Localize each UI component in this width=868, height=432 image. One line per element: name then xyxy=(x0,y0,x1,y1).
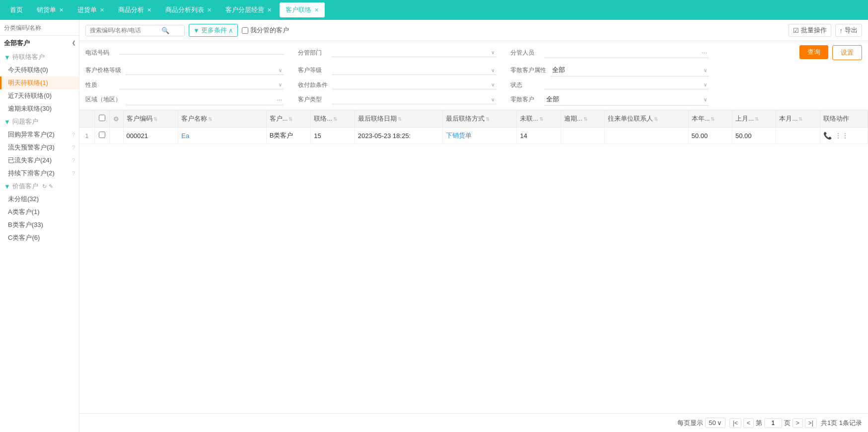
dept-label: 分管部门 xyxy=(298,49,328,57)
price-level-select[interactable]: ∨ xyxy=(125,66,284,75)
help-icon-2[interactable]: ? xyxy=(72,144,75,150)
region-label: 区域（地区） xyxy=(85,95,121,104)
sort-icon-tmonth: ⇅ xyxy=(798,116,802,122)
phone-input[interactable] xyxy=(119,51,284,55)
sort-icon-uncontacted: ⇅ xyxy=(539,116,543,122)
payment-label: 收付款条件 xyxy=(298,81,328,89)
retail-customer-chevron: ∨ xyxy=(704,97,707,102)
sidebar-pending-group: ▼ 待联络客户 xyxy=(0,51,79,64)
th-this-year[interactable]: 本年...⇅ xyxy=(688,110,732,128)
search-input[interactable] xyxy=(90,27,159,34)
help-icon-4[interactable]: ? xyxy=(72,170,75,176)
cell-last-contact-method[interactable]: 下销货单 xyxy=(443,128,517,144)
sidebar-item-overdue[interactable]: 逾期未联络(30) xyxy=(0,102,79,115)
th-customer-code[interactable]: 客户编码⇅ xyxy=(123,110,178,128)
select-all-checkbox[interactable] xyxy=(99,115,105,121)
retail-customer-select[interactable]: 全部 ∨ xyxy=(544,93,709,106)
th-last-contact-date[interactable]: 最后联络日期⇅ xyxy=(355,110,442,128)
sidebar-item-churned[interactable]: 已流失客户(24) ? xyxy=(0,154,79,167)
sidebar-item-declining[interactable]: 持续下滑客户(2) ? xyxy=(0,167,79,180)
column-settings-icon[interactable]: ⚙ xyxy=(113,115,119,123)
sidebar-item-churn-warning[interactable]: 流失预警客户(3) ? xyxy=(0,141,79,154)
contact-method-link[interactable]: 下销货单 xyxy=(446,132,472,139)
nav-purchase[interactable]: 进货单 ✕ xyxy=(72,2,110,17)
sidebar-item-class-a[interactable]: A类客户(1) xyxy=(0,206,79,218)
nature-label: 性质 xyxy=(85,81,115,89)
sidebar-all-customers-header[interactable]: 全部客户 《 xyxy=(0,36,79,51)
settings-button[interactable]: 设置 xyxy=(832,45,862,60)
th-gear[interactable]: ⚙ xyxy=(109,110,123,128)
nav-close-analysis-list[interactable]: ✕ xyxy=(207,7,212,13)
help-icon-1[interactable]: ? xyxy=(72,132,75,138)
filter-row-1: 电话号码 分管部门 ∨ 分管人员 ··· 查询 设置 xyxy=(85,45,862,60)
nature-select[interactable]: ∨ xyxy=(119,80,284,89)
action-phone-icon[interactable]: 📞 xyxy=(823,132,832,140)
sidebar-item-class-c[interactable]: C类客户(6) xyxy=(0,231,79,244)
row-checkbox[interactable] xyxy=(99,132,105,138)
nav-close-purchase[interactable]: ✕ xyxy=(100,7,104,13)
th-customer-type[interactable]: 客户...⇅ xyxy=(266,110,311,128)
price-level-label: 客户价格等级 xyxy=(85,66,121,74)
first-page-button[interactable]: |< xyxy=(729,418,741,428)
more-conditions-button[interactable]: ▼ 更多条件 ∧ xyxy=(189,24,238,37)
prev-page-button[interactable]: < xyxy=(743,418,754,428)
nav-customer-tier[interactable]: 客户分层经营 ✕ xyxy=(219,2,278,17)
sidebar-item-today[interactable]: 今天待联络(0) xyxy=(0,64,79,76)
th-last-contact-method[interactable]: 最后联络方式⇅ xyxy=(443,110,517,128)
th-contact[interactable]: 联络...⇅ xyxy=(311,110,355,128)
th-overdue[interactable]: 逾期...⇅ xyxy=(561,110,604,128)
sidebar-search-input[interactable] xyxy=(4,24,78,31)
page-size-selector[interactable]: 50 ∨ xyxy=(705,418,725,428)
th-this-month[interactable]: 本月...⇅ xyxy=(776,110,820,128)
last-page-button[interactable]: >| xyxy=(805,418,817,428)
value-edit-icon[interactable]: ✎ xyxy=(49,183,53,190)
sidebar-item-ungrouped[interactable]: 未分组(32) xyxy=(0,193,79,206)
nav-analysis[interactable]: 商品分析 ✕ xyxy=(112,2,157,17)
help-icon-3[interactable]: ? xyxy=(72,157,75,163)
status-select[interactable]: ∨ xyxy=(544,80,709,89)
sidebar-item-tomorrow[interactable]: 明天待联络(1) xyxy=(0,76,79,89)
nav-analysis-list[interactable]: 商品分析列表 ✕ xyxy=(159,2,217,17)
nav-customer-contact[interactable]: 客户联络 ✕ xyxy=(280,2,325,17)
search-icon[interactable]: 🔍 xyxy=(161,27,169,34)
export-button[interactable]: ↑ 导出 xyxy=(835,24,863,37)
manager-input[interactable]: ··· xyxy=(544,47,709,58)
region-input[interactable]: ··· xyxy=(125,94,284,105)
customer-level-select[interactable]: ∨ xyxy=(332,66,497,75)
action-more-icon[interactable]: ⋮⋮ xyxy=(835,132,849,140)
retail-attr-select[interactable]: 全部 ∨ xyxy=(550,64,709,76)
nav-close-customer-contact[interactable]: ✕ xyxy=(314,7,319,13)
batch-ops-button[interactable]: ☑ 批量操作 xyxy=(789,24,831,37)
nav-sales[interactable]: 销货单 ✕ xyxy=(31,2,70,17)
th-last-month[interactable]: 上月...⇅ xyxy=(732,110,776,128)
sidebar-item-abnormal-repurchase[interactable]: 回购异常客户(2) ? xyxy=(0,128,79,141)
nav-close-sales[interactable]: ✕ xyxy=(59,7,64,13)
sort-icon-type: ⇅ xyxy=(289,116,292,122)
customer-type-select[interactable]: ∨ xyxy=(332,95,497,104)
th-unit-contact[interactable]: 往来单位联系人⇅ xyxy=(605,110,688,128)
value-refresh-icon[interactable]: ↻ xyxy=(42,183,47,190)
cell-customer-name: Ea xyxy=(178,128,266,144)
th-checkbox[interactable] xyxy=(94,110,109,128)
next-page-button[interactable]: > xyxy=(793,418,803,428)
nav-close-analysis[interactable]: ✕ xyxy=(147,7,151,13)
cell-checkbox[interactable] xyxy=(94,128,109,144)
payment-select[interactable]: ∨ xyxy=(332,80,497,89)
cell-overdue xyxy=(561,128,604,144)
cell-last-contact-date: 2023-05-23 18:25: xyxy=(355,128,442,144)
sidebar-item-class-b[interactable]: B类客户(33) xyxy=(0,218,79,231)
page-number-input[interactable] xyxy=(764,418,782,428)
main-layout: 🔍 全部客户 《 ▼ 待联络客户 今天待联络(0) 明天待联络(1) 近7天待联… xyxy=(0,20,868,432)
nav-close-customer-tier[interactable]: ✕ xyxy=(267,7,272,13)
sidebar-item-7days[interactable]: 近7天待联络(0) xyxy=(0,89,79,102)
region-more-icon[interactable]: ··· xyxy=(277,96,282,103)
dept-select[interactable]: ∨ xyxy=(332,48,497,57)
query-button[interactable]: 查询 xyxy=(799,45,828,59)
sidebar-collapse-icon[interactable]: 《 xyxy=(70,40,75,47)
table-header-row: ⚙ 客户编码⇅ 客户名称⇅ 客户...⇅ 联络...⇅ xyxy=(79,110,868,128)
th-customer-name[interactable]: 客户名称⇅ xyxy=(178,110,266,128)
more-icon[interactable]: ··· xyxy=(702,49,707,56)
th-uncontacted[interactable]: 未联...⇅ xyxy=(517,110,561,128)
my-customers-checkbox[interactable] xyxy=(242,27,248,34)
nav-home[interactable]: 首页 xyxy=(4,2,29,17)
